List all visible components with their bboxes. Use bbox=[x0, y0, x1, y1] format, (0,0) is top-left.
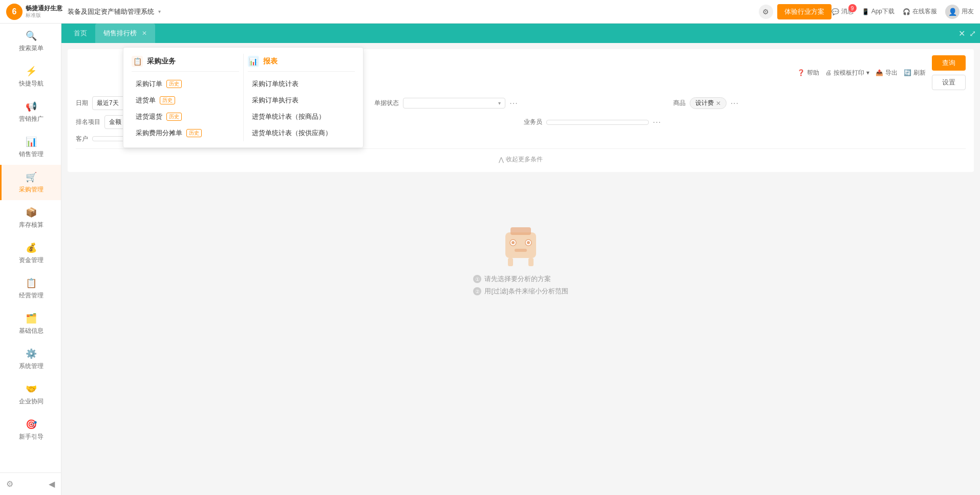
user-btn[interactable]: 👤 用友 bbox=[945, 5, 974, 19]
report-col-icon: 📊 bbox=[248, 56, 259, 67]
bill-status-more[interactable]: ··· bbox=[509, 99, 518, 108]
sidebar-item-purchase[interactable]: 🛒 采购管理 bbox=[0, 165, 61, 200]
purchase-order-hist: 历史 bbox=[166, 80, 182, 88]
dropdown-goods-receipt[interactable]: 进货单 历史 bbox=[132, 92, 239, 109]
filter-divider bbox=[76, 148, 966, 149]
collapse-label: 收起更多条件 bbox=[506, 155, 543, 164]
headset-icon: 🎧 bbox=[903, 8, 910, 15]
system-icon: ⚙️ bbox=[25, 348, 37, 360]
sales-icon: 📊 bbox=[25, 136, 37, 148]
sidebar-label-sales: 销售管理 bbox=[19, 150, 44, 159]
settings-gear-btn[interactable]: ⚙ bbox=[759, 5, 773, 19]
empty-state-icon bbox=[495, 217, 546, 268]
sidebar-label-marketing: 营销推广 bbox=[19, 115, 44, 123]
content-area: 首页 销售排行榜 ✕ ✕ ⤢ ❓ 帮助 bbox=[61, 24, 980, 495]
refresh-label: 刷新 bbox=[913, 69, 926, 77]
messages-btn[interactable]: 💬 消息 9 bbox=[832, 7, 854, 16]
sidebar-label-purchase: 采购管理 bbox=[19, 185, 44, 194]
goods-return-hist: 历史 bbox=[166, 113, 182, 121]
export-btn[interactable]: 📤 导出 bbox=[876, 69, 898, 77]
sidebar-item-enterprise[interactable]: 🤝 企业协同 bbox=[0, 377, 61, 412]
sidebar-item-basic-info[interactable]: 🗂️ 基础信息 bbox=[0, 306, 61, 341]
refresh-btn[interactable]: 🔄 刷新 bbox=[904, 69, 926, 77]
query-btn[interactable]: 查询 bbox=[932, 55, 966, 71]
goods-tag: 设计费 ✕ bbox=[690, 97, 727, 109]
sidebar-label-system: 系统管理 bbox=[19, 362, 44, 371]
print-label: 按模板打印 bbox=[834, 69, 864, 77]
dropdown-purchase-order[interactable]: 采购订单 历史 bbox=[132, 76, 239, 92]
goods-label: 商品 bbox=[673, 99, 686, 107]
sidebar-item-inventory[interactable]: 📦 库存核算 bbox=[0, 200, 61, 235]
tab-home[interactable]: 首页 bbox=[66, 24, 95, 43]
query-settings-group: 查询 设置 bbox=[932, 55, 966, 90]
col-divider bbox=[243, 54, 244, 141]
finance-icon: 💰 bbox=[25, 242, 37, 254]
user-name: 用友 bbox=[962, 7, 974, 16]
purchase-business-col: 📋 采购业务 采购订单 历史 进货单 历史 进货退货 历史 bbox=[132, 54, 239, 141]
svg-rect-7 bbox=[508, 258, 513, 266]
sidebar-item-marketing[interactable]: 📢 营销推广 bbox=[0, 94, 61, 130]
bill-status-select[interactable]: ▾ bbox=[403, 98, 505, 109]
dropdown-purchase-order-exec[interactable]: 采购订单执行表 bbox=[248, 92, 355, 109]
dropdown-purchase-expense[interactable]: 采购费用分摊单 历史 bbox=[132, 125, 239, 141]
rank-value: 金额 bbox=[109, 118, 121, 126]
purchase-order-exec-label: 采购订单执行表 bbox=[252, 96, 299, 105]
report-col-title: 报表 bbox=[263, 57, 278, 66]
dropdown-goods-stats-by-goods[interactable]: 进货单统计表（按商品） bbox=[248, 109, 355, 125]
goods-stats-by-supplier-label: 进货单统计表（按供应商） bbox=[252, 128, 332, 138]
sidebar-label-inventory: 库存核算 bbox=[19, 221, 44, 229]
help-btn[interactable]: ❓ 帮助 bbox=[797, 69, 819, 77]
tab-expand-icon[interactable]: ⤢ bbox=[969, 29, 976, 38]
goods-tag-close[interactable]: ✕ bbox=[716, 100, 721, 107]
report-col: 📊 报表 采购订单统计表 采购订单执行表 进货单统计表（按商品） 进货单统计表（… bbox=[248, 54, 355, 141]
help-icon: ❓ bbox=[797, 69, 805, 76]
dropdown-goods-return[interactable]: 进货退货 历史 bbox=[132, 109, 239, 125]
rank-label: 排名项目 bbox=[76, 118, 100, 126]
goods-more[interactable]: ··· bbox=[731, 99, 739, 108]
purchase-expense-label: 采购费用分摊单 bbox=[136, 128, 182, 138]
sidebar-item-search[interactable]: 🔍 搜索菜单 bbox=[0, 24, 61, 59]
sidebar-settings-btn[interactable]: ⚙ bbox=[6, 479, 13, 489]
goods-stats-by-goods-label: 进货单统计表（按商品） bbox=[252, 112, 325, 121]
report-col-header: 📊 报表 bbox=[248, 54, 355, 72]
sidebar: 🔍 搜索菜单 ⚡ 快捷导航 📢 营销推广 📊 销售管理 🛒 采购管理 📦 库存核… bbox=[0, 24, 61, 495]
dropdown-goods-stats-by-supplier[interactable]: 进货单统计表（按供应商） bbox=[248, 125, 355, 141]
app-download-label: App下载 bbox=[871, 7, 894, 16]
collapse-btn[interactable]: ⋀ 收起更多条件 bbox=[76, 153, 966, 166]
refresh-icon: 🔄 bbox=[904, 69, 911, 76]
bill-status-filter-col: 单据状态 ▾ ··· bbox=[374, 98, 667, 109]
empty-step-1: ① 请先选择要分析的方案 bbox=[473, 274, 551, 284]
print-dropdown-icon[interactable]: ▾ bbox=[866, 69, 869, 76]
export-label: 导出 bbox=[885, 69, 898, 77]
tab-close-icon[interactable]: ✕ bbox=[142, 30, 147, 37]
step-num-2: ② bbox=[473, 287, 481, 295]
sidebar-item-new-guide[interactable]: 🎯 新手引导 bbox=[0, 412, 61, 447]
salesperson-select[interactable] bbox=[546, 120, 649, 125]
sidebar-item-sales[interactable]: 📊 销售管理 bbox=[0, 130, 61, 165]
tab-sales-ranking-label: 销售排行榜 bbox=[103, 29, 137, 38]
print-btn[interactable]: 🖨 按模板打印 ▾ bbox=[825, 69, 869, 77]
export-icon: 📤 bbox=[876, 69, 883, 76]
logo-area: 6 畅捷通好生意 标准版 bbox=[6, 4, 68, 20]
salesperson-more[interactable]: ··· bbox=[653, 118, 661, 127]
empty-step-2: ② 用[过滤]条件来缩小分析范围 bbox=[473, 287, 568, 296]
dropdown-purchase-order-stats[interactable]: 采购订单统计表 bbox=[248, 76, 355, 92]
system-title-arrow[interactable]: ▾ bbox=[158, 9, 161, 14]
settings-btn[interactable]: 设置 bbox=[932, 75, 966, 90]
sidebar-item-quick-nav[interactable]: ⚡ 快捷导航 bbox=[0, 59, 61, 94]
main-layout: 🔍 搜索菜单 ⚡ 快捷导航 📢 营销推广 📊 销售管理 🛒 采购管理 📦 库存核… bbox=[0, 24, 980, 495]
sidebar-item-system[interactable]: ⚙️ 系统管理 bbox=[0, 341, 61, 377]
sidebar-item-finance[interactable]: 💰 资金管理 bbox=[0, 235, 61, 271]
sidebar-collapse-btn[interactable]: ◀ bbox=[49, 479, 55, 489]
app-download-btn[interactable]: 📱 App下载 bbox=[862, 7, 894, 16]
purchase-order-label: 采购订单 bbox=[136, 79, 162, 89]
sidebar-item-operations[interactable]: 📋 经营管理 bbox=[0, 271, 61, 306]
online-service-btn[interactable]: 🎧 在线客服 bbox=[903, 7, 937, 16]
svg-rect-1 bbox=[510, 227, 531, 235]
tab-close-all-icon[interactable]: ✕ bbox=[958, 29, 965, 38]
inventory-icon: 📦 bbox=[25, 206, 37, 219]
tab-sales-ranking[interactable]: 销售排行榜 ✕ bbox=[95, 24, 155, 43]
sidebar-bottom: ⚙ ◀ bbox=[0, 472, 61, 495]
logo-text: 畅捷通好生意 标准版 bbox=[26, 5, 62, 18]
industry-btn[interactable]: 体验行业方案 bbox=[777, 4, 832, 19]
